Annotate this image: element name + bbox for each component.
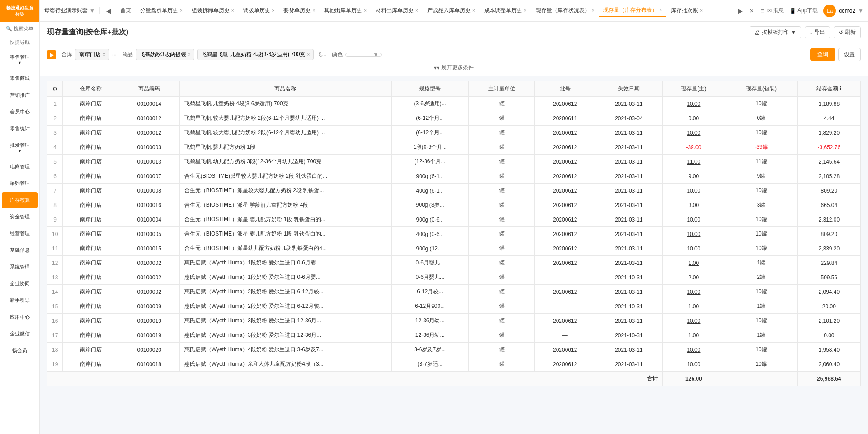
tab-other-out[interactable]: 其他出库单历史×	[320, 5, 371, 17]
product-more[interactable]: 飞...	[316, 51, 326, 58]
sidebar-item-purchase[interactable]: 采购管理	[2, 175, 38, 191]
tab-home[interactable]: 首页	[116, 5, 136, 17]
tab-material-out[interactable]: 材料出库单历史×	[371, 5, 423, 17]
tab-stock-dist[interactable]: 现存量（库存分布表）×	[599, 5, 666, 17]
cell-amount: 809.20	[797, 227, 860, 241]
tab-close[interactable]: ×	[659, 8, 662, 13]
tab-scroll-left[interactable]: ◀	[104, 7, 114, 14]
cell-qty-main[interactable]: 10.00	[662, 212, 725, 227]
template-print-btn[interactable]: 🖨 按模板打印 ▼	[750, 26, 801, 38]
cell-code: 00100007	[119, 169, 179, 184]
search-menu-btn[interactable]: 🔍 搜索菜单	[0, 22, 39, 36]
sidebar-item-retail[interactable]: 零售管理 ▼	[2, 49, 38, 70]
cell-qty-main[interactable]: 10.00	[662, 97, 725, 111]
cell-unit: 罐	[469, 328, 535, 343]
cell-qty-main[interactable]: 1.00	[662, 299, 725, 314]
refresh-btn[interactable]: ↺ 刷新	[834, 26, 861, 38]
tab-disassemble[interactable]: 组装拆卸单历史×	[187, 5, 239, 17]
quick-nav-btn[interactable]: 快捷导航	[0, 36, 39, 48]
cell-qty-main[interactable]: 0.00	[662, 111, 725, 126]
cell-qty-main[interactable]: 10.00	[662, 241, 725, 256]
tab-menu[interactable]: ≡	[758, 7, 767, 14]
tab-close[interactable]: ×	[364, 8, 367, 13]
sidebar-item-finance[interactable]: 资金管理	[2, 209, 38, 225]
sidebar-item-system[interactable]: 系统管理	[2, 259, 38, 275]
tab-product-in[interactable]: 产成品入库单历史×	[423, 5, 480, 17]
cell-qty-main[interactable]: 10.00	[662, 285, 725, 299]
tab-split-inventory[interactable]: 分量盘点单历史×	[136, 5, 187, 17]
tab-cost-adjust[interactable]: 成本调整单历史×	[480, 5, 531, 17]
expand-filter-btn[interactable]: ▶	[47, 50, 56, 59]
sidebar: 畅捷通好生意 标版 🔍 搜索菜单 快捷导航 零售管理 ▼ 零售商城 营销推广 会…	[0, 0, 40, 434]
tab-mix[interactable]: 调拨单历史×	[239, 5, 279, 17]
cell-rownum: 2	[47, 111, 63, 126]
warehouse-more[interactable]: ···	[112, 52, 117, 58]
cell-qty-main[interactable]: -39.00	[662, 140, 725, 155]
sidebar-item-vip[interactable]: 畅会员	[2, 343, 38, 359]
tab-close[interactable]: ×	[272, 8, 275, 13]
search-btn[interactable]: 查询	[810, 48, 835, 61]
cell-qty-main[interactable]: 1.00	[662, 328, 725, 343]
warehouse-tag[interactable]: 南岸门店 ×	[75, 49, 109, 60]
tab-close[interactable]: ×	[524, 8, 527, 13]
tab-close[interactable]: ×	[312, 8, 315, 13]
tab-scroll-right[interactable]: ▶	[735, 7, 745, 14]
product-tag-remove-0[interactable]: ×	[188, 52, 191, 57]
cell-qty-main[interactable]: 11.00	[662, 155, 725, 169]
export-btn[interactable]: ↓ 导出	[805, 26, 830, 38]
sidebar-item-inventory[interactable]: 库存核算	[2, 192, 38, 208]
expand-conditions-btn[interactable]: ▾▾ 展开更多条件	[434, 64, 474, 71]
cell-qty-main[interactable]: 1.00	[662, 256, 725, 270]
messages-btn[interactable]: ✉ 消息	[767, 7, 784, 14]
tab-close-all[interactable]: ×	[747, 7, 756, 14]
tab-close[interactable]: ×	[472, 8, 475, 13]
sidebar-item-marketing[interactable]: 营销推广	[2, 87, 38, 103]
tab-close[interactable]: ×	[180, 8, 183, 13]
user-area[interactable]: Ea demo2 ▼	[823, 5, 863, 17]
cell-amount: -3,652.76	[797, 140, 860, 155]
user-dropdown-arrow[interactable]: ▼	[858, 8, 863, 14]
cell-qty-main[interactable]: 10.00	[662, 184, 725, 198]
tab-stock-status[interactable]: 现存量（库存状况表）×	[531, 5, 599, 17]
tab-batch-account[interactable]: 库存批次账×	[666, 5, 707, 17]
page-actions: 🖨 按模板打印 ▼ ↓ 导出 ↺ 刷新	[750, 26, 861, 38]
warehouse-tag-remove[interactable]: ×	[103, 52, 105, 57]
sidebar-item-retail-shop[interactable]: 零售商城	[2, 71, 38, 86]
sidebar-item-operations[interactable]: 经营管理	[2, 226, 38, 241]
cell-qty-main[interactable]: 3.00	[662, 198, 725, 212]
warehouse-filter: 合库 南岸门店 × ···	[61, 49, 117, 60]
sidebar-item-basic[interactable]: 基础信息	[2, 242, 38, 258]
product-tag-remove-1[interactable]: ×	[307, 52, 310, 57]
cell-qty-main[interactable]: 2.00	[662, 270, 725, 285]
sidebar-item-appstore[interactable]: 应用中心	[2, 309, 38, 325]
sidebar-item-member[interactable]: 会员中心	[2, 104, 38, 120]
tab-close[interactable]: ×	[415, 8, 418, 13]
cell-qty-main[interactable]: 10.00	[662, 357, 725, 372]
tab-requisition[interactable]: 要货单历史×	[279, 5, 320, 17]
cell-name: 飞鹤星飞帆 较大婴儿配方奶粉 2段(6-12个月婴幼儿适用) ...	[179, 126, 391, 140]
product-tag-0[interactable]: 飞鹤奶粉3段两提装 ×	[136, 49, 195, 60]
tab-close[interactable]: ×	[231, 8, 234, 13]
sidebar-item-enterprise[interactable]: 企业协同	[2, 276, 38, 292]
sidebar-item-wholesale[interactable]: 批发管理 ▼	[2, 137, 38, 158]
tab-close[interactable]: ×	[700, 8, 703, 13]
cell-qty-main[interactable]: 10.00	[662, 314, 725, 328]
product-tag-1[interactable]: 飞鹤星飞帆 儿童奶粉 4段(3-6岁适用) 700克 ×	[197, 49, 314, 60]
tab-close[interactable]: ×	[592, 8, 594, 13]
sidebar-item-newbie[interactable]: 新手引导	[2, 292, 38, 308]
tabs-container: 首页 分量盘点单历史× 组装拆卸单历史× 调拨单历史× 要货单历史× 其他出库单…	[116, 5, 733, 17]
settings-btn[interactable]: 设置	[838, 48, 861, 61]
cell-qty-main[interactable]: 10.00	[662, 343, 725, 357]
template-dropdown-arrow[interactable]: ▼	[791, 29, 796, 36]
sidebar-item-wecom[interactable]: 企业微信	[2, 326, 38, 342]
cell-qty-main[interactable]: 10.00	[662, 126, 725, 140]
cell-qty-main[interactable]: 10.00	[662, 227, 725, 241]
cell-batch: —	[535, 270, 595, 285]
cell-qty-main[interactable]: 9.00	[662, 169, 725, 184]
color-dropdown[interactable]: ▼	[345, 53, 382, 57]
table-row: 8 南岸门店 00100016 合生元（BIOSTIME）派星 学龄前儿童配方奶…	[47, 198, 861, 212]
sidebar-item-ecommerce[interactable]: 电商管理	[2, 159, 38, 175]
app-download-btn[interactable]: 📱 App下载	[789, 7, 818, 14]
account-dropdown-arrow[interactable]: ▼	[90, 8, 95, 14]
sidebar-item-retail-stats[interactable]: 零售统计	[2, 121, 38, 137]
